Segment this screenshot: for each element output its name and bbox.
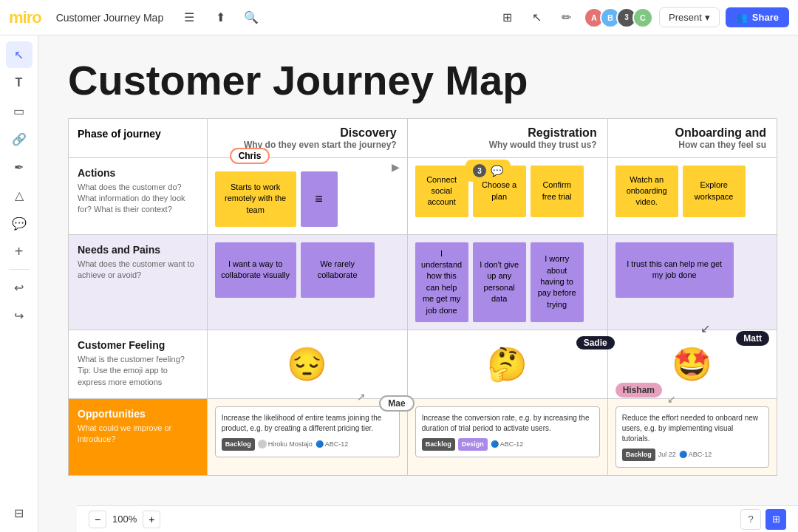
opp-discovery-text: Increase the likelihood of entire teams …	[222, 413, 393, 434]
avatar-3: C	[632, 7, 653, 28]
registration-header: Registration Why would they trust us?	[407, 118, 607, 157]
tool-pages[interactable]: ⊟	[6, 499, 33, 526]
toolbar: miro Customer Journey Map ☰ ⬆ 🔍 ⊞ ↖ ✏ A …	[0, 0, 798, 35]
ticket-id: ABC-12	[689, 451, 712, 458]
tool-pen[interactable]: ✒	[6, 154, 33, 180]
feeling-registration-emoji: 🤔	[415, 338, 600, 391]
map-title: Customer Journey Map	[68, 58, 768, 103]
opp-reg-ticket: 🔵 ABC-12	[491, 440, 524, 449]
tag-backlog: Backlog	[622, 449, 655, 461]
sticky-note[interactable]: Confirm free trial	[531, 166, 584, 217]
hisham-cursor-label: Hisham	[615, 383, 662, 398]
sticky-note[interactable]: I want a way to collaborate visually	[215, 242, 296, 298]
user-avatar-small	[258, 440, 267, 449]
needs-discovery-stickies: I want a way to collaborate visually We …	[215, 242, 400, 298]
opportunities-row: Opportunities What could we improve or i…	[69, 398, 777, 475]
miro-logo: miro	[9, 8, 41, 27]
hisham-cursor-arrow: ↙	[667, 393, 676, 405]
tag-backlog: Backlog	[422, 438, 455, 451]
search-button[interactable]: 🔍	[240, 7, 262, 29]
comment-sticky[interactable]: ≡	[301, 171, 338, 227]
comment-icon: 💬	[491, 165, 503, 177]
sticky-note[interactable]: We rarely collaborate	[301, 242, 375, 298]
needs-row: Needs and Pains What does the customer w…	[69, 234, 777, 330]
needs-registration-stickies: I understand how this can help me get my…	[415, 242, 600, 322]
opps-label-title: Opportunities	[78, 408, 198, 420]
bottom-bar: − 100% + ? ⊞	[77, 505, 798, 532]
zoom-level-display: 100%	[112, 514, 137, 525]
fit-to-screen-button[interactable]: ⊞	[765, 509, 786, 530]
tool-add[interactable]: +	[6, 238, 33, 265]
tool-select[interactable]: ↖	[6, 41, 33, 68]
tool-sticky[interactable]: ▭	[6, 98, 33, 124]
registration-sub: Why would they trust us?	[418, 140, 597, 150]
sticky-note[interactable]: Explore workspace	[683, 166, 746, 217]
opp-onb-date: Jul 22	[658, 450, 676, 460]
opps-onboarding-cell: Hisham ↙ Reduce the effort needed to onb…	[607, 398, 777, 475]
opps-label-cell: Opportunities What could we improve or i…	[69, 398, 208, 475]
ticket-id: ABC-12	[325, 440, 349, 449]
menu-button[interactable]: ☰	[178, 7, 200, 29]
actions-label-title: Actions	[78, 167, 198, 179]
canvas: Customer Journey Map Bea ↙ 3 💬 Phase of …	[38, 35, 798, 532]
sticky-note[interactable]: Starts to work remotely with the team	[215, 171, 296, 227]
tool-undo[interactable]: ↩	[6, 274, 33, 301]
feeling-discovery-cell: 😔 Mae ↗	[207, 330, 407, 398]
ticket-id: ABC-12	[500, 440, 524, 448]
comment-indicator[interactable]: 3 💬	[466, 160, 511, 182]
sticky-note[interactable]: I worry about having to pay before tryin…	[531, 242, 584, 322]
opp-onb-ticket: 🔵 ABC-12	[679, 450, 712, 460]
zoom-in-button[interactable]: +	[143, 511, 160, 528]
feeling-discovery-emoji: 😔	[215, 338, 400, 391]
zoom-out-button[interactable]: −	[89, 511, 106, 528]
opportunity-card[interactable]: Increase the conversion rate, e.g. by in…	[415, 406, 600, 457]
tool-comment[interactable]: 💬	[6, 210, 33, 236]
phase-header: Phase of journey	[69, 118, 208, 157]
matt-cursor-label: Matt	[736, 331, 769, 346]
sticky-note[interactable]: I trust this can help me get my job done	[615, 242, 734, 298]
sticky-note[interactable]: I understand how this can help me get my…	[415, 242, 468, 322]
share-button[interactable]: 👥 Share	[726, 7, 789, 27]
needs-label-cell: Needs and Pains What does the customer w…	[69, 234, 208, 330]
cursor-tool-button[interactable]: ↖	[525, 6, 548, 30]
tool-link[interactable]: 🔗	[6, 126, 33, 152]
sticky-note[interactable]: I don't give up any personal data	[473, 242, 526, 322]
opp-registration-text: Increase the conversion rate, e.g. by in…	[422, 413, 593, 434]
opp-discovery-tags: Backlog Hiroku Mostajo 🔵 ABC-12	[222, 438, 393, 451]
needs-onboarding-cell: I trust this can help me get my job done…	[607, 234, 777, 330]
bottom-right-icons: ? ⊞	[740, 509, 786, 530]
tool-text[interactable]: T	[6, 69, 33, 96]
present-label: Present	[669, 12, 702, 23]
journey-table-container: Phase of journey Discovery Why do they e…	[68, 118, 768, 476]
opportunity-card[interactable]: Reduce the effort needed to onboard new …	[615, 406, 769, 468]
share-upload-button[interactable]: ⬆	[209, 7, 231, 29]
share-label: Share	[752, 12, 779, 23]
needs-onboarding-stickies: I trust this can help me get my job done	[615, 242, 769, 298]
opp-registration-tags: Backlog Design 🔵 ABC-12	[422, 438, 593, 451]
opportunity-card[interactable]: Increase the likelihood of entire teams …	[215, 406, 400, 457]
present-button[interactable]: Present ▾	[659, 7, 720, 27]
opps-label-sub: What could we improve or introduce?	[78, 423, 198, 446]
brush-tool-button[interactable]: ✏	[554, 6, 578, 30]
mae-cursor-arrow: ↗	[357, 391, 366, 403]
matt-cursor-arrow: ↙	[700, 321, 710, 335]
table-header-row: Phase of journey Discovery Why do they e…	[69, 118, 777, 157]
onboarding-title: Onboarding and	[618, 126, 766, 140]
onboarding-sub: How can they feel su	[618, 140, 766, 150]
actions-onboarding-stickies: Watch an onboarding video. Explore works…	[615, 166, 769, 217]
sticky-note[interactable]: Connect social account	[415, 166, 468, 217]
grid-view-button[interactable]: ⊞	[495, 6, 519, 30]
tag-backlog: Backlog	[222, 438, 255, 451]
registration-title: Registration	[418, 126, 597, 140]
mae-cursor-label: Mae	[379, 395, 414, 412]
sadie-cursor-label: Sadie	[576, 336, 615, 349]
needs-label-title: Needs and Pains	[78, 244, 198, 256]
chris-cursor-arrow: ▶	[392, 161, 400, 173]
phase-header-text: Phase of journey	[78, 128, 161, 140]
sticky-note[interactable]: Watch an onboarding video.	[615, 166, 678, 217]
help-button[interactable]: ?	[740, 509, 761, 530]
opp-user-name: Hiroku Mostajo	[268, 440, 313, 449]
comment-count-badge: 3	[473, 164, 486, 177]
tool-redo[interactable]: ↪	[6, 302, 33, 329]
tool-shape[interactable]: △	[6, 182, 33, 208]
